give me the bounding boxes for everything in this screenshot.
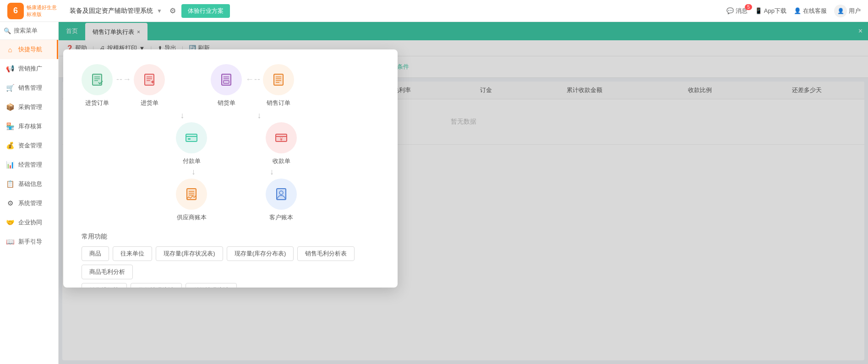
- arrow-pay-down: ↓: [191, 167, 196, 177]
- func-buttons: 商品 往来单位 现存量(库存状况表) 现存量(库存分布表) 销售毛利分析表 商品…: [82, 246, 379, 279]
- svg-rect-26: [188, 138, 191, 140]
- sidebar-item-inventory[interactable]: 🏪 库存核算: [0, 117, 58, 136]
- sidebar-item-basic-info[interactable]: 📋 基础信息: [0, 174, 58, 194]
- marketing-icon: 📢: [5, 65, 15, 73]
- flow-item-receipt: ¥ 收款单: [266, 122, 297, 165]
- payment-label: 付款单: [183, 157, 201, 165]
- sidebar-nav: ⌂ 快捷导航 📢 营销推广 🛒 销售管理 📦 采购管理 🏪 库存核算: [0, 40, 58, 364]
- trial-button[interactable]: 体验行业方案: [181, 4, 230, 18]
- arrow-so-to-sb: ← - -: [246, 75, 259, 84]
- sale-bill-circle[interactable]: [211, 64, 242, 95]
- sidebar-item-beginner[interactable]: 📖 新手引导: [0, 232, 58, 251]
- flow-item-purchase-bill: 进货单: [134, 64, 165, 107]
- func-btn-payment-stat[interactable]: 付款情况统计: [186, 283, 237, 288]
- sidebar-item-finance[interactable]: 💰 资金管理: [0, 136, 58, 155]
- purchase-bill-label: 进货单: [141, 99, 158, 107]
- common-functions-title: 常用功能: [82, 233, 379, 241]
- svg-rect-36: [277, 189, 286, 200]
- home-icon: ⌂: [5, 46, 15, 54]
- svg-rect-23: [186, 134, 197, 141]
- modal-body: 进货订单 - - → 进货单: [63, 49, 398, 288]
- modal-overlay: 进货订单 - - → 进货单: [59, 22, 868, 364]
- sidebar-item-sys-mgmt[interactable]: ⚙ 系统管理: [0, 194, 58, 213]
- system-title: 装备及固定资产辅助管理系统 ▼ ⚙: [70, 6, 176, 15]
- func-btn-partners[interactable]: 往来单位: [113, 246, 152, 261]
- payment-circle[interactable]: [176, 122, 207, 153]
- svg-rect-17: [274, 74, 283, 85]
- sidebar-item-operations[interactable]: 📊 经营管理: [0, 155, 58, 174]
- message-badge: 5: [745, 4, 752, 10]
- sales-icon: 🛒: [5, 84, 15, 92]
- search-icon: 🔍: [4, 27, 11, 34]
- arrow-po-to-pb: - - →: [116, 75, 130, 84]
- receipt-circle[interactable]: ¥: [266, 122, 297, 153]
- sidebar-item-sales[interactable]: 🛒 销售管理: [0, 78, 58, 98]
- flow-item-purchase-order: 进货订单: [82, 64, 113, 107]
- func-buttons-row2: 销售排行榜 收款情况统计 付款情况统计: [82, 283, 379, 288]
- arrow-rec-down: ↓: [270, 167, 274, 177]
- logo-text: 畅康通好生意 标准版: [27, 4, 57, 17]
- content-area: 首页 销售订单执行表 × × ❓ 帮助 | 🖨 按模板打印 ▼: [59, 22, 868, 364]
- logo-icon: 6: [7, 3, 24, 19]
- sidebar-search[interactable]: 🔍 搜索菜单: [0, 22, 58, 40]
- sale-order-circle[interactable]: [263, 64, 294, 95]
- supplier-account-circle[interactable]: [176, 179, 207, 210]
- app-download-button[interactable]: 📱 App下载: [755, 7, 786, 15]
- func-btn-stock-status[interactable]: 现存量(库存状况表): [156, 246, 223, 261]
- func-btn-goods-profit[interactable]: 商品毛利分析: [82, 265, 133, 279]
- top-bar-right: 💬 消息 5 📱 App下载 👤 在线客服 👤 用户: [726, 5, 861, 17]
- logo-area: 6 畅康通好生意 标准版: [7, 3, 66, 19]
- purchase-icon: 📦: [5, 103, 15, 111]
- settings-icon[interactable]: ⚙: [169, 6, 176, 15]
- sale-bill-label: 销货单: [218, 99, 235, 107]
- svg-rect-5: [145, 74, 154, 85]
- purchase-bill-circle[interactable]: [134, 64, 165, 95]
- phone-icon: 📱: [755, 7, 762, 14]
- supplier-account-label: 供应商账本: [177, 213, 207, 222]
- customer-account-circle[interactable]: [266, 179, 297, 210]
- online-service-button[interactable]: 👤 在线客服: [794, 7, 827, 15]
- customer-account-label: 客户账本: [269, 213, 293, 222]
- flow-item-sale-bill: 销货单: [211, 64, 242, 107]
- avatar: 👤: [834, 5, 847, 17]
- message-button[interactable]: 💬 消息 5: [726, 7, 748, 15]
- svg-text:¥: ¥: [279, 137, 283, 142]
- flow-item-customer-account: 客户账本: [266, 179, 297, 222]
- top-bar: 6 畅康通好生意 标准版 装备及固定资产辅助管理系统 ▼ ⚙ 体验行业方案 💬 …: [0, 0, 868, 22]
- finance-icon: 💰: [5, 141, 15, 150]
- flow-item-payment: 付款单: [176, 122, 207, 165]
- user-menu[interactable]: 👤 用户: [834, 5, 861, 17]
- receipt-label: 收款单: [273, 157, 290, 165]
- sidebar-item-enterprise[interactable]: 🤝 企业协同: [0, 213, 58, 232]
- purchase-order-label: 进货订单: [85, 99, 109, 107]
- flow-item-sale-order: 销售订单: [263, 64, 294, 107]
- sale-order-label: 销售订单: [267, 99, 290, 107]
- message-icon: 💬: [726, 7, 734, 14]
- sidebar: 🔍 搜索菜单 ⌂ 快捷导航 📢 营销推广 🛒 销售管理 📦 采: [0, 22, 59, 364]
- service-icon: 👤: [794, 7, 801, 14]
- sysmgmt-icon: ⚙: [5, 199, 15, 207]
- modal: 进货订单 - - → 进货单: [63, 49, 398, 288]
- func-btn-sales-profit[interactable]: 销售毛利分析表: [297, 246, 355, 261]
- arrow-sb-down: ↓: [257, 111, 262, 120]
- func-btn-sales-rank[interactable]: 销售排行榜: [82, 283, 127, 288]
- system-dropdown-icon[interactable]: ▼: [157, 8, 162, 14]
- flow-item-supplier-account: 供应商账本: [176, 179, 207, 222]
- operations-icon: 📊: [5, 161, 15, 169]
- inventory-icon: 🏪: [5, 122, 15, 130]
- sidebar-item-marketing[interactable]: 📢 营销推广: [0, 59, 58, 78]
- func-btn-receipt-stat[interactable]: 收款情况统计: [131, 283, 182, 288]
- sidebar-item-quick-nav[interactable]: ⌂ 快捷导航: [0, 40, 58, 59]
- system-title-text: 装备及固定资产辅助管理系统: [70, 7, 153, 15]
- purchase-order-circle[interactable]: [82, 64, 113, 95]
- func-btn-goods[interactable]: 商品: [82, 246, 109, 261]
- arrow-pb-down: ↓: [180, 111, 185, 120]
- func-btn-stock-dist[interactable]: 现存量(库存分布表): [227, 246, 294, 261]
- svg-rect-31: [187, 189, 196, 200]
- sidebar-item-purchase[interactable]: 📦 采购管理: [0, 98, 58, 117]
- beginner-icon: 📖: [5, 238, 15, 246]
- main-area: 🔍 搜索菜单 ⌂ 快捷导航 📢 营销推广 🛒 销售管理 📦 采: [0, 22, 868, 364]
- enterprise-icon: 🤝: [5, 218, 15, 227]
- common-functions: 常用功能 商品 往来单位 现存量(库存状况表) 现存量(库存分布表) 销售毛利分…: [82, 233, 379, 288]
- basicinfo-icon: 📋: [5, 180, 15, 188]
